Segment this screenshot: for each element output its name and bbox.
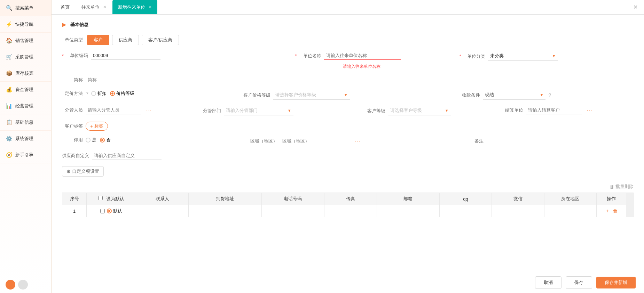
stats-icon [18, 280, 28, 290]
select-all-checkbox[interactable] [98, 196, 103, 200]
customer-price-select[interactable]: 请选择客户价格等级 ▼ [273, 90, 350, 100]
customer-price-field: 客户价格等级 请选择客户价格等级 ▼ [243, 90, 453, 100]
payment-select[interactable]: 现结 ▼ [483, 90, 545, 100]
unit-type-field: 单位类型 客户 供应商 客户/供应商 [62, 35, 179, 45]
manager-ellipsis[interactable]: ··· [144, 106, 154, 114]
contact-input[interactable] [148, 209, 176, 214]
type-btn-supplier[interactable]: 供应商 [112, 35, 139, 45]
col-phone: 电话号码 [261, 193, 324, 205]
supplier-custom-input[interactable] [92, 152, 162, 160]
customer-price-label: 客户价格等级 [243, 92, 270, 98]
pricing-row: 定价方法 ? 折扣 价格等级 客户价格等级 请选择客户价格等级 [62, 90, 634, 100]
settlement-input[interactable] [526, 106, 582, 114]
sidebar-item-finance[interactable]: 💰 资金管理 [0, 82, 51, 98]
dept-label: 分管部门 [200, 108, 221, 114]
tab-partner-list-close[interactable]: ✕ [103, 5, 106, 9]
unit-name-input[interactable] [324, 51, 401, 60]
type-btn-customer[interactable]: 客户 [87, 35, 109, 45]
unit-type-row: 单位类型 客户 供应商 客户/供应商 [62, 35, 634, 45]
sidebar-item-search[interactable]: 🔍 搜索菜单 [0, 0, 51, 16]
save-and-new-button[interactable]: 保存并新增 [596, 277, 636, 288]
phone-input[interactable] [275, 209, 310, 214]
cell-address[interactable] [188, 205, 261, 217]
sidebar-item-basic-info[interactable]: 📋 基础信息 [0, 114, 51, 131]
fax-input[interactable] [337, 209, 364, 214]
sidebar-item-purchase[interactable]: 🛒 采购管理 [0, 49, 51, 65]
sidebar-item-system[interactable]: ⚙️ 系统管理 [0, 131, 51, 147]
sidebar-item-inventory[interactable]: 📦 库存核算 [0, 65, 51, 82]
quick-nav-icon: ⚡ [6, 21, 13, 28]
cell-email[interactable] [377, 205, 439, 217]
customer-level-select[interactable]: 请选择客户等级 ▼ [388, 106, 451, 115]
settlement-field: 结算单位 ··· [502, 106, 634, 114]
table-toolbar: 🗑 批量删除 [62, 184, 634, 190]
region-ellipsis[interactable]: ··· [353, 137, 362, 145]
cell-fax[interactable] [324, 205, 377, 217]
sidebar-item-label: 库存核算 [15, 70, 33, 76]
dept-select[interactable]: 请输入分管部门 ▼ [224, 106, 293, 115]
unit-name-label: 单位名称 [300, 53, 321, 59]
system-icon: ⚙️ [6, 135, 13, 142]
cell-qq[interactable] [439, 205, 492, 217]
unit-category-select[interactable]: 未分类 ▼ [488, 51, 558, 61]
cell-phone[interactable] [261, 205, 324, 217]
cell-contact[interactable] [136, 205, 188, 217]
address-input[interactable] [204, 209, 246, 214]
radio-discount-label: 折扣 [97, 90, 107, 97]
tab-home[interactable]: 首页 [55, 0, 75, 14]
window-close-button[interactable]: ✕ [630, 2, 641, 12]
abbr-input[interactable] [86, 76, 155, 84]
tab-new-partner-close[interactable]: ✕ [149, 5, 152, 9]
search-icon: 🔍 [6, 5, 13, 11]
col-default: 设为默认 [87, 193, 136, 205]
col-email: 邮箱 [377, 193, 439, 205]
payment-value: 现结 [485, 92, 494, 98]
tab-new-partner[interactable]: 新增往来单位 ✕ [112, 0, 157, 14]
col-seq: 序号 [62, 193, 87, 205]
sidebar-item-quick-nav[interactable]: ⚡ 快捷导航 [0, 16, 51, 33]
qq-input[interactable] [451, 209, 479, 214]
type-btn-both[interactable]: 客户/供应商 [142, 35, 179, 45]
cell-wechat[interactable] [492, 205, 544, 217]
cell-region[interactable] [544, 205, 596, 217]
basic-info-icon: 📋 [6, 119, 13, 126]
cancel-button[interactable]: 取消 [535, 276, 561, 289]
disabled-field: 停用 是 否 [62, 137, 233, 143]
row-checkbox[interactable] [100, 209, 105, 213]
manager-input[interactable] [86, 106, 141, 114]
region-cell-input[interactable] [556, 209, 584, 214]
custom-setting-button[interactable]: ⚙ 自定义项设置 [62, 166, 104, 177]
unit-category-value: 未分类 [490, 53, 504, 59]
unit-code-input[interactable] [91, 51, 160, 60]
default-radio[interactable] [107, 209, 112, 213]
radio-discount[interactable]: 折扣 [91, 90, 107, 97]
tab-partner-list[interactable]: 往来单位 ✕ [76, 0, 112, 14]
delete-row-icon[interactable]: 🗑 [613, 208, 618, 214]
radio-yes[interactable]: 是 [86, 137, 96, 143]
email-input[interactable] [391, 209, 425, 214]
pricing-help-icon[interactable]: ? [86, 91, 88, 96]
dept-field: 分管部门 请输入分管部门 ▼ [200, 106, 358, 115]
col-region: 所在地区 [544, 193, 596, 205]
radio-price-level-circle [110, 91, 115, 96]
sidebar-item-sales[interactable]: 🏠 销售管理 [0, 33, 51, 49]
sidebar-item-label: 经营管理 [15, 103, 33, 109]
customer-price-chevron: ▼ [344, 93, 348, 97]
payment-chevron: ▼ [540, 93, 543, 97]
radio-no[interactable]: 否 [100, 137, 111, 143]
region-input[interactable] [280, 137, 350, 145]
manager-row: 分管人员 ··· 分管部门 请输入分管部门 ▼ 客户等级 请选择客户等级 ▼ 结… [62, 106, 634, 115]
add-tag-button[interactable]: + 标签 [86, 122, 108, 131]
remark-input[interactable] [486, 137, 591, 145]
sidebar-item-guide[interactable]: 🧭 新手引导 [0, 147, 51, 163]
save-button[interactable]: 保存 [566, 276, 592, 289]
radio-price-level[interactable]: 价格等级 [110, 90, 134, 97]
payment-help-icon[interactable]: ? [548, 92, 551, 98]
add-row-icon[interactable]: ＋ [605, 208, 610, 214]
sidebar-item-operations[interactable]: 📊 经营管理 [0, 98, 51, 114]
batch-delete-button[interactable]: 🗑 批量删除 [610, 184, 634, 190]
wechat-input[interactable] [504, 209, 532, 214]
settlement-ellipsis[interactable]: ··· [584, 106, 594, 114]
sidebar-item-label: 系统管理 [15, 136, 33, 142]
unit-category-field: * 单位分类 未分类 ▼ [459, 51, 634, 61]
